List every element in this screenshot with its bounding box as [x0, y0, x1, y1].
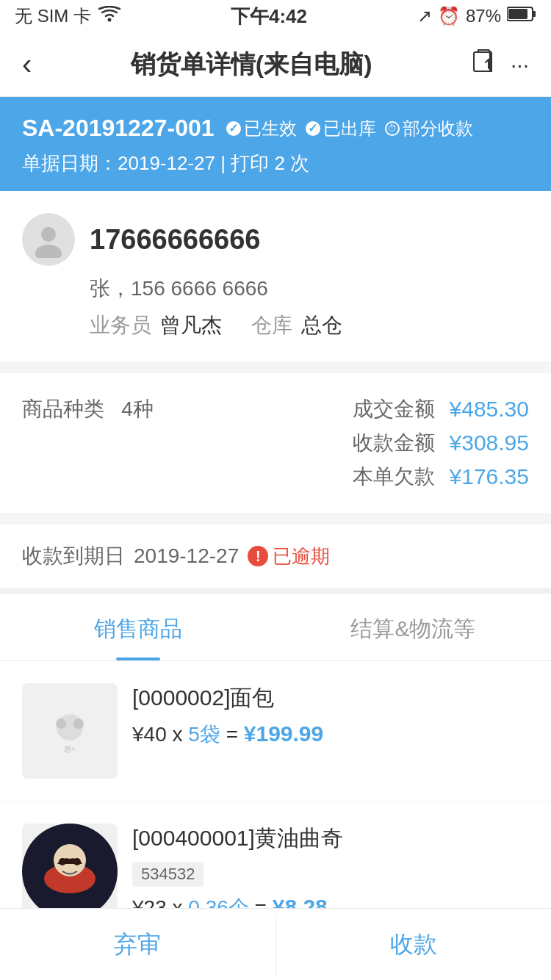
tabs: 销售商品 结算&物流等 — [0, 594, 551, 661]
stats-left: 商品种类 4种 — [22, 395, 154, 423]
status-right: ↗ ⏰ 87% — [417, 6, 536, 26]
price-x-1: x — [173, 723, 189, 746]
nav-left: ‹ — [22, 48, 32, 81]
battery-icon — [507, 6, 536, 26]
svg-point-16 — [73, 858, 81, 865]
overdue-icon: ! — [248, 546, 268, 566]
product-sku-2: 534532 — [132, 862, 204, 887]
owed-label: 本单欠款 — [353, 463, 435, 491]
overdue-badge: ! 已逾期 — [248, 544, 330, 569]
price-base-1: ¥40 — [132, 723, 167, 746]
svg-point-10 — [73, 718, 84, 729]
tab-settlement[interactable]: 结算&物流等 — [276, 594, 551, 660]
svg-point-6 — [41, 227, 56, 242]
status-bar: 无 SIM 卡 下午4:42 ↗ ⏰ 87% — [0, 0, 551, 32]
customer-detail: 张，156 6666 6666 — [22, 275, 529, 303]
price-qty-1: 5袋 — [188, 723, 220, 746]
alarm-icon: ⏰ — [438, 6, 460, 26]
received-value: ¥308.95 — [450, 430, 529, 455]
status-time: 下午4:42 — [231, 4, 307, 29]
received-label: 收款金额 — [353, 429, 435, 457]
svg-rect-4 — [474, 52, 490, 71]
tabs-section: 销售商品 结算&物流等 惠+ [0000002]面包 ¥40 x — [0, 588, 551, 945]
order-date: 单据日期：2019-12-27 | 打印 2 次 — [22, 151, 529, 176]
due-date: 2019-12-27 — [134, 544, 239, 568]
svg-rect-2 — [533, 11, 536, 17]
price-total-1: ¥199.99 — [244, 721, 323, 746]
type-label: 商品种类 — [22, 397, 104, 420]
check-icon-1: ✓ — [226, 121, 241, 136]
warehouse-label: 仓库 — [251, 311, 292, 339]
avatar — [22, 213, 75, 266]
status-badges: ✓ 已生效 ✓ 已出库 ⏱ 部分收款 — [226, 117, 473, 140]
product-info-1: [0000002]面包 ¥40 x 5袋 = ¥199.99 — [132, 683, 529, 749]
svg-rect-3 — [508, 9, 527, 19]
due-label: 收款到期日 — [22, 542, 125, 570]
svg-point-0 — [108, 18, 112, 22]
status-left: 无 SIM 卡 — [15, 4, 120, 28]
confirm-button[interactable]: 收款 — [276, 914, 552, 976]
clock-icon: ⏱ — [385, 121, 400, 136]
customer-id: 17666666666 — [90, 224, 260, 256]
due-section: 收款到期日 2019-12-27 ! 已逾期 — [0, 525, 551, 588]
amount-row: 成交金额 ¥485.30 — [353, 395, 529, 423]
status-badge-1: ✓ 已生效 — [226, 117, 297, 140]
amount-value: ¥485.30 — [450, 397, 529, 422]
salesperson-label: 业务员 — [90, 311, 151, 339]
svg-point-7 — [35, 245, 62, 258]
tab-products[interactable]: 销售商品 — [0, 594, 276, 660]
status-badge-3: ⏱ 部分收款 — [385, 117, 473, 140]
customer-section: 17666666666 张，156 6666 6666 业务员 曾凡杰 仓库 总… — [0, 191, 551, 361]
overdue-text: 已逾期 — [273, 544, 330, 569]
salesperson-value: 曾凡杰 — [160, 311, 222, 339]
received-row: 收款金额 ¥308.95 — [353, 429, 529, 457]
order-banner: SA-20191227-001 ✓ 已生效 ✓ 已出库 ⏱ 部分收款 单据日期：… — [0, 97, 551, 191]
product-name-1: [0000002]面包 — [132, 683, 529, 713]
nav-title: 销货单详情(来自电脑) — [131, 48, 372, 82]
stats-right: 成交金额 ¥485.30 收款金额 ¥308.95 本单欠款 ¥176.35 — [353, 395, 529, 491]
more-icon[interactable]: ··· — [511, 52, 529, 77]
warehouse-value: 总仓 — [301, 311, 342, 339]
bottom-bar: 弃审 收款 — [0, 908, 551, 980]
product-thumb-2 — [22, 824, 118, 919]
product-item-1: 惠+ [0000002]面包 ¥40 x 5袋 = ¥199.99 — [0, 661, 551, 801]
share-icon[interactable] — [471, 49, 496, 79]
check-icon-2: ✓ — [306, 121, 320, 136]
location-icon: ↗ — [417, 6, 432, 26]
svg-point-15 — [59, 858, 66, 865]
warehouse-item: 仓库 总仓 — [251, 311, 342, 339]
salesperson-item: 业务员 曾凡杰 — [90, 311, 222, 339]
stats-section: 商品种类 4种 成交金额 ¥485.30 收款金额 ¥308.95 本单欠款 ¥… — [0, 373, 551, 513]
owed-row: 本单欠款 ¥176.35 — [353, 463, 529, 491]
battery-text: 87% — [466, 6, 501, 26]
no-sim-text: 无 SIM 卡 — [15, 4, 91, 28]
owed-value: ¥176.35 — [450, 464, 529, 489]
svg-point-9 — [56, 718, 66, 729]
wifi-icon — [98, 6, 120, 26]
price-eq-1: = — [226, 723, 244, 746]
product-name-2: [000400001]黄油曲奇 — [132, 824, 529, 854]
type-count: 4种 — [121, 397, 154, 420]
product-price-1: ¥40 x 5袋 = ¥199.99 — [132, 721, 529, 749]
products-list: 惠+ [0000002]面包 ¥40 x 5袋 = ¥199.99 — [0, 661, 551, 945]
nav-bar: ‹ 销货单详情(来自电脑) ··· — [0, 32, 551, 97]
nav-right: ··· — [471, 49, 529, 79]
product-thumb-1: 惠+ — [22, 683, 118, 779]
cancel-button[interactable]: 弃审 — [0, 914, 276, 976]
amount-label: 成交金额 — [353, 395, 435, 423]
svg-text:惠+: 惠+ — [63, 745, 76, 753]
customer-top: 17666666666 — [22, 213, 529, 266]
back-button[interactable]: ‹ — [22, 48, 32, 81]
banner-top: SA-20191227-001 ✓ 已生效 ✓ 已出库 ⏱ 部分收款 — [22, 115, 529, 142]
customer-meta: 业务员 曾凡杰 仓库 总仓 — [22, 311, 529, 339]
status-badge-2: ✓ 已出库 — [306, 117, 376, 140]
order-id: SA-20191227-001 — [22, 115, 215, 142]
product-info-2: [000400001]黄油曲奇 534532 ¥23 x 0.36个 = ¥8.… — [132, 824, 529, 922]
